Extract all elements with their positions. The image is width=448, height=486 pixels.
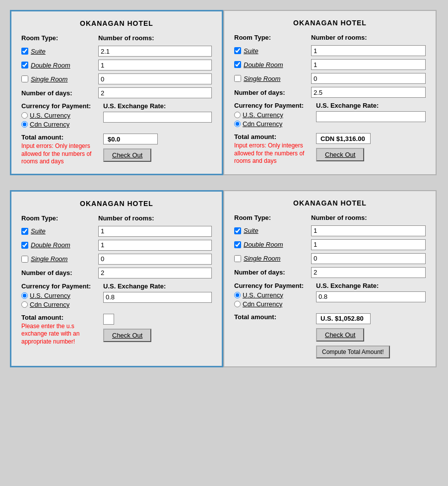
- form4-compute-button[interactable]: Compute Total Amount!: [316, 346, 390, 358]
- form1-suite-checkbox[interactable]: [21, 48, 28, 55]
- form4-total-amount: U.S. $1,052.80: [316, 313, 371, 324]
- form4-num-rooms-header: Number of rooms:: [311, 214, 426, 221]
- form4-suite-checkbox[interactable]: [234, 227, 241, 234]
- hotel-form-4: OKANAGAN HOTEL Room Type: Number of room…: [223, 190, 437, 367]
- form3-cdn-label: Cdn Currency: [30, 301, 69, 308]
- form3-single-checkbox[interactable]: [21, 256, 28, 263]
- form1-days-input[interactable]: [98, 87, 212, 98]
- form3-double-input[interactable]: [98, 240, 212, 251]
- form2-total-section: Total amount: Input errors: Only integer…: [234, 133, 426, 165]
- form1-single-checkbox[interactable]: [21, 75, 28, 82]
- form4-double-checkbox[interactable]: [234, 241, 241, 248]
- form2-us-radio[interactable]: [234, 112, 241, 118]
- form3-suite-text: Suite: [31, 227, 46, 235]
- form3-days-input[interactable]: [98, 268, 212, 278]
- form3-suite-label: Suite: [21, 227, 98, 235]
- form3-single-input-wrap: [98, 254, 212, 265]
- form3-error-text: Please enter the u.s exchange rate with …: [21, 323, 98, 346]
- form3-suite-checkbox[interactable]: [21, 228, 28, 235]
- form1-suite-input-wrap: [98, 46, 212, 57]
- form2-days-label: Number of days:: [234, 89, 311, 96]
- form2-exchange-input[interactable]: [316, 111, 426, 122]
- form4-double-row: Double Room: [234, 239, 426, 250]
- form4-days-input[interactable]: [311, 267, 426, 278]
- form4-cdn-radio[interactable]: [234, 301, 241, 307]
- form3-exchange-input[interactable]: [103, 292, 212, 303]
- form1-suite-input[interactable]: [98, 46, 212, 57]
- form2-double-checkbox[interactable]: [234, 61, 241, 68]
- form1-days-row: Number of days:: [21, 87, 212, 98]
- form1-single-input[interactable]: [98, 73, 212, 84]
- form3-suite-input[interactable]: [98, 226, 212, 237]
- form2-title: OKANAGAN HOTEL: [234, 19, 426, 27]
- form3-single-input[interactable]: [98, 254, 212, 265]
- form2-cdn-radio[interactable]: [234, 121, 241, 127]
- form3-checkout-button[interactable]: Check Out: [103, 329, 151, 342]
- form4-currency-left: Currency for Payment: U.S. Currency Cdn …: [234, 282, 311, 309]
- form3-cdn-radio-row: Cdn Currency: [21, 301, 98, 308]
- form4-total-left: Total amount:: [234, 313, 311, 321]
- form3-exchange-label: U.S. Exchange Rate:: [103, 282, 212, 290]
- form1-double-input[interactable]: [98, 60, 212, 70]
- form2-single-input[interactable]: [311, 73, 426, 84]
- form1-total-label: Total amount:: [21, 134, 98, 141]
- form1-single-input-wrap: [98, 73, 212, 84]
- form4-suite-row: Suite: [234, 225, 426, 236]
- form1-currency-left: Currency for Payment: U.S. Currency Cdn …: [21, 102, 98, 130]
- form2-total-label: Total amount:: [234, 133, 311, 140]
- form2-suite-checkbox[interactable]: [234, 47, 241, 54]
- form2-days-input-wrap: [311, 87, 426, 98]
- form4-single-checkbox[interactable]: [234, 255, 241, 262]
- form4-exchange-label: U.S. Exchange Rate:: [316, 282, 426, 289]
- form1-single-text: Single Room: [31, 75, 67, 83]
- form4-us-label: U.S. Currency: [243, 291, 283, 299]
- form4-suite-input[interactable]: [311, 225, 426, 236]
- form1-double-input-wrap: [98, 60, 212, 70]
- form1-cdn-label: Cdn Currency: [30, 121, 69, 128]
- form4-total-label: Total amount:: [234, 313, 311, 321]
- form3-double-text: Double Room: [31, 241, 70, 249]
- hotel-form-1: OKANAGAN HOTEL Room Type: Number of room…: [10, 10, 223, 175]
- form2-single-checkbox[interactable]: [234, 75, 241, 82]
- form2-double-input[interactable]: [311, 59, 426, 70]
- form4-exchange-input[interactable]: [316, 291, 426, 302]
- form2-single-input-wrap: [311, 73, 426, 84]
- form3-days-row: Number of days:: [21, 268, 212, 278]
- form2-total-right: CDN $1,316.00 Check Out: [316, 133, 426, 161]
- form1-double-checkbox[interactable]: [21, 62, 28, 69]
- form1-checkout-button[interactable]: Check Out: [103, 148, 151, 162]
- form2-total-amount: CDN $1,316.00: [316, 133, 371, 144]
- form2-days-input[interactable]: [311, 87, 426, 98]
- form4-us-radio[interactable]: [234, 292, 241, 298]
- form3-cdn-radio[interactable]: [21, 301, 28, 308]
- form2-double-input-wrap: [311, 59, 426, 70]
- form1-exchange-input[interactable]: [103, 112, 212, 123]
- form3-us-radio[interactable]: [21, 292, 28, 299]
- form4-currency-label: Currency for Payment:: [234, 282, 311, 289]
- form4-single-input[interactable]: [311, 253, 426, 264]
- form2-us-label: U.S. Currency: [243, 111, 283, 119]
- form4-total-section: Total amount: U.S. $1,052.80 Check Out C…: [234, 313, 426, 358]
- form1-us-radio[interactable]: [21, 112, 28, 119]
- form4-double-input[interactable]: [311, 239, 426, 250]
- form4-checkout-button[interactable]: Check Out: [316, 328, 364, 342]
- form4-single-text: Single Room: [244, 255, 280, 262]
- form3-double-label: Double Room: [21, 241, 98, 249]
- form3-us-radio-row: U.S. Currency: [21, 292, 98, 299]
- form2-suite-input[interactable]: [311, 45, 426, 56]
- form2-checkout-button[interactable]: Check Out: [316, 148, 364, 161]
- form3-suite-row: Suite: [21, 226, 212, 237]
- form3-single-row: Single Room: [21, 254, 212, 265]
- form4-days-row: Number of days:: [234, 267, 426, 278]
- form4-cdn-radio-row: Cdn Currency: [234, 300, 311, 308]
- form1-cdn-radio[interactable]: [21, 121, 28, 128]
- form2-double-text: Double Room: [244, 61, 283, 69]
- form4-days-label: Number of days:: [234, 269, 311, 276]
- form3-suite-input-wrap: [98, 226, 212, 237]
- form1-total-left: Total amount: Input errors: Only integer…: [21, 134, 98, 166]
- form3-double-checkbox[interactable]: [21, 242, 28, 249]
- form2-single-label: Single Room: [234, 75, 311, 82]
- form1-days-input-wrap: [98, 87, 212, 98]
- form1-headers: Room Type: Number of rooms:: [21, 34, 212, 42]
- form1-exchange-right: U.S. Exchange Rate:: [103, 102, 212, 130]
